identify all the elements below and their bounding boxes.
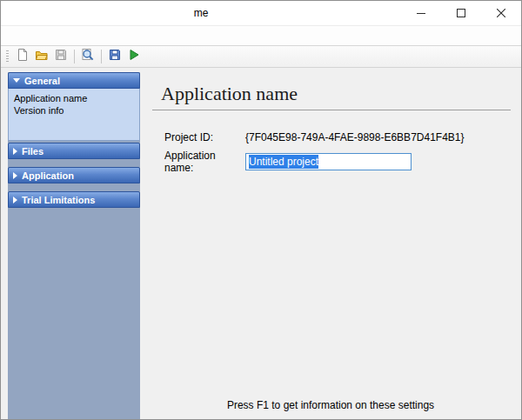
- sidebar-section-label: General: [24, 76, 60, 86]
- minimize-button[interactable]: [401, 1, 441, 25]
- menubar: [1, 26, 521, 46]
- titlebar: me: [1, 1, 521, 26]
- sidebar-section-label: Files: [22, 146, 44, 157]
- sidebar-panel-general: Application name Version info: [8, 89, 140, 141]
- preview-button[interactable]: [78, 47, 97, 66]
- close-button[interactable]: [481, 1, 521, 25]
- chevron-right-icon: [13, 197, 17, 203]
- close-icon: [497, 9, 505, 17]
- open-folder-icon: [35, 48, 49, 65]
- minimize-icon: [417, 9, 425, 17]
- window-controls: [401, 1, 521, 25]
- page-title: Application name: [161, 83, 514, 105]
- app-window: me: [0, 0, 522, 420]
- toolbar-separator: [74, 50, 75, 63]
- chevron-right-icon: [13, 148, 17, 155]
- run-play-icon: [127, 48, 141, 65]
- project-id-label: Project ID:: [164, 131, 245, 143]
- help-hint-text: Press F1 to get information on these set…: [140, 399, 521, 411]
- build-button[interactable]: [105, 47, 124, 66]
- sidebar-section-trial-limitations[interactable]: Trial Limitations: [8, 191, 140, 208]
- toolbar: [1, 46, 521, 68]
- save-project-button[interactable]: [51, 47, 70, 66]
- sidebar-gap: [8, 159, 140, 167]
- chevron-right-icon: [13, 172, 17, 179]
- application-name-label: Application name:: [164, 150, 245, 174]
- sidebar-item-application-name[interactable]: Application name: [14, 92, 139, 104]
- sidebar-section-general[interactable]: General: [8, 72, 140, 89]
- new-project-button[interactable]: [13, 47, 32, 66]
- sidebar-section-label: Application: [22, 170, 74, 181]
- title-divider: [152, 110, 511, 110]
- project-id-row: Project ID: {7F045E98-749A-4FAE-9898-E6B…: [164, 131, 514, 143]
- sidebar-section-label: Trial Limitations: [22, 195, 95, 205]
- application-name-row: Application name: Untitled project: [164, 150, 514, 174]
- sidebar-section-application[interactable]: Application: [8, 167, 140, 183]
- toolbar-separator: [101, 50, 102, 63]
- toolbar-gripper[interactable]: [6, 50, 9, 63]
- application-name-input[interactable]: Untitled project: [245, 153, 412, 170]
- sidebar-pane: General Application name Version info Fi…: [1, 68, 140, 419]
- chevron-down-icon: [13, 78, 20, 83]
- window-title: me: [1, 1, 401, 25]
- open-project-button[interactable]: [32, 47, 51, 66]
- maximize-button[interactable]: [441, 1, 481, 25]
- run-button[interactable]: [124, 47, 144, 66]
- sidebar-background: [8, 208, 140, 419]
- project-id-value: {7F045E98-749A-4FAE-9898-E6BB7D41F4B1}: [245, 131, 465, 143]
- save-disk-icon: [54, 48, 68, 65]
- magnifier-icon: [81, 48, 95, 65]
- new-document-icon: [16, 48, 30, 65]
- sidebar-item-version-info[interactable]: Version info: [14, 104, 139, 117]
- sidebar-section-files[interactable]: Files: [8, 143, 140, 159]
- sidebar-gap: [8, 183, 140, 191]
- sidebar: General Application name Version info Fi…: [8, 72, 140, 419]
- application-name-selected-text: Untitled project: [249, 155, 318, 169]
- maximize-icon: [457, 9, 465, 17]
- content-pane: Application name Project ID: {7F045E98-7…: [140, 68, 521, 419]
- build-disk-icon: [108, 48, 122, 65]
- main-area: General Application name Version info Fi…: [1, 68, 521, 419]
